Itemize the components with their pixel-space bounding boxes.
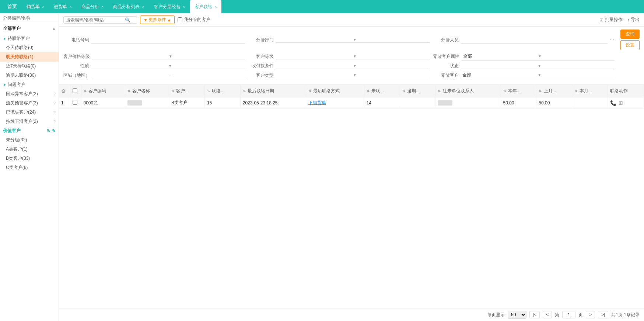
status-caret-icon: ▼ (538, 64, 613, 68)
dept-select[interactable]: ▼ (276, 37, 430, 43)
col-checkbox (70, 85, 81, 97)
col-overdue: ⇅ 逾期... (400, 85, 435, 97)
sort-icon-unit-contact[interactable]: ⇅ (438, 89, 441, 93)
page-number-input[interactable] (562, 311, 575, 318)
sidebar-item-repurchase-abnormal[interactable]: 回购异常客户(2) ? (0, 89, 59, 99)
sidebar-item-declining[interactable]: 持续下滑客户(2) ? (0, 117, 59, 126)
prev-page-button[interactable]: < (543, 311, 552, 318)
cell-this-year: 50.00 (501, 97, 536, 108)
sidebar-item-a-class[interactable]: A类客户(1) (0, 145, 59, 154)
my-customers-checkbox[interactable] (178, 17, 182, 22)
sort-icon-last-month[interactable]: ⇅ (539, 89, 542, 93)
filter-row-2: 客户价格等级 ▼ 客户等级 ▼ 零散客户属性 全部 (63, 52, 640, 61)
nav-customer-segment[interactable]: 客户分层经营 × (150, 0, 189, 13)
edit-icon[interactable]: ✎ (52, 128, 56, 134)
payment-label: 收付款条件 (248, 63, 274, 69)
close-product-analysis-icon[interactable]: × (101, 4, 104, 9)
phone-action-icon[interactable]: 📞 (610, 100, 616, 106)
close-sales-order-icon[interactable]: × (42, 4, 44, 9)
more-action-icon[interactable]: ⊞ (619, 100, 623, 106)
sidebar-item-churned[interactable]: 已流失客户(24) ? (0, 108, 59, 117)
nav-purchase-order[interactable]: 进货单 × (49, 0, 76, 13)
cell-num: 1 (59, 97, 70, 108)
phone-label: 电话号码 (63, 37, 89, 43)
sort-icon-type[interactable]: ⇅ (171, 89, 174, 93)
sort-icon-method[interactable]: ⇅ (308, 89, 311, 93)
nature-select[interactable]: ▼ (91, 63, 245, 69)
batch-operation-button[interactable]: ☑ 批量操作 (599, 17, 623, 23)
sort-icon-this-month[interactable]: ⇅ (574, 89, 577, 93)
sort-icon-name[interactable]: ⇅ (127, 89, 130, 93)
sidebar-item-tomorrow-pending[interactable]: 明天待联络(1) (0, 52, 59, 62)
table-footer: 每页显示 50 100 200 |< < 第 页 > >| 共1页 1条记录 (59, 308, 644, 321)
select-all-checkbox[interactable] (73, 88, 77, 93)
chevron-up-icon: ▲ (167, 17, 171, 23)
sort-icon-code[interactable]: ⇅ (84, 89, 87, 93)
manager-input[interactable] (461, 37, 608, 44)
settings-button[interactable]: 设置 (620, 40, 640, 50)
close-purchase-order-icon[interactable]: × (69, 4, 71, 9)
query-button[interactable]: 查询 (620, 30, 640, 39)
page-size-select[interactable]: 50 100 200 (508, 311, 526, 319)
all-customers-title[interactable]: 全部客户 « (0, 23, 59, 34)
customer-level-caret-icon: ▼ (353, 54, 428, 58)
close-product-analysis-list-icon[interactable]: × (142, 4, 144, 9)
nav-sales-order[interactable]: 销货单 × (22, 0, 49, 13)
filter-cell-region: 区域（地区） ··· (63, 72, 245, 79)
nature-caret-icon: ▼ (168, 64, 244, 68)
first-page-button[interactable]: |< (529, 311, 540, 318)
refresh-icon[interactable]: ↻ (47, 128, 50, 134)
retail-attr-select[interactable]: 全部 ▼ (462, 52, 615, 61)
sort-icon-no-contact[interactable]: ⇅ (367, 89, 370, 93)
nav-customer-contact[interactable]: 客户联络 × (190, 0, 221, 13)
filter-cell-nature: 性质 ▼ (63, 63, 245, 69)
dept-caret-icon: ▼ (353, 38, 428, 42)
nav-product-analysis[interactable]: 商品分析 × (77, 0, 108, 13)
contact-method-link[interactable]: 下销货单 (308, 100, 326, 105)
customer-level-select[interactable]: ▼ (276, 54, 430, 59)
content-area: 🔍 ▼ 更多条件 ▲ 我分管的客户 ☑ 批量操作 ↑ 导出 (59, 13, 644, 321)
phone-input[interactable] (91, 37, 245, 44)
total-info: 共1页 1条记录 (611, 312, 640, 318)
sidebar-item-ungrouped[interactable]: 未分组(32) (0, 135, 59, 145)
last-page-button[interactable]: >| (598, 311, 608, 318)
cell-no-contact: 14 (364, 97, 400, 108)
sidebar-item-7days-pending[interactable]: 近7天待联络(0) (0, 62, 59, 71)
price-level-caret-icon: ▼ (169, 54, 244, 58)
close-customer-contact-icon[interactable]: × (214, 4, 217, 9)
sort-icon-overdue[interactable]: ⇅ (402, 89, 405, 93)
retail-customer-select[interactable]: 全部 ▼ (461, 71, 615, 79)
manager-more-icon[interactable]: ··· (610, 37, 615, 43)
more-conditions-button[interactable]: ▼ 更多条件 ▲ (140, 15, 175, 24)
retail-attr-label: 零散客户属性 (433, 54, 459, 60)
price-level-select[interactable]: ▼ (92, 54, 245, 59)
col-last-contact-date: ⇅ 最后联络日期 (240, 85, 306, 97)
row-checkbox[interactable] (73, 100, 77, 105)
value-customers-group[interactable]: 价值客户 ↻ ✎ (0, 126, 59, 135)
gear-settings-icon[interactable]: ⚙ (61, 88, 66, 94)
nav-home[interactable]: 首页 (3, 0, 21, 13)
sidebar-search-input[interactable] (3, 15, 58, 21)
my-customers-checkbox-wrap[interactable]: 我分管的客户 (178, 17, 210, 23)
payment-select[interactable]: ▼ (276, 63, 430, 69)
nav-product-analysis-list[interactable]: 商品分析列表 × (109, 0, 148, 13)
sort-icon-this-year[interactable]: ⇅ (503, 89, 506, 93)
export-button[interactable]: ↑ 导出 (627, 17, 640, 23)
filter-cell-price-level: 客户价格等级 ▼ (63, 54, 245, 60)
search-input[interactable] (66, 17, 125, 23)
customer-type-select[interactable]: ▼ (276, 72, 430, 78)
sidebar-item-c-class[interactable]: C类客户(6) (0, 163, 59, 172)
top-navigation: 首页 销货单 × 进货单 × 商品分析 × 商品分析列表 × 客户分层经营 × … (0, 0, 644, 13)
sort-icon-contact[interactable]: ⇅ (207, 89, 210, 93)
sidebar-item-overdue-pending[interactable]: 逾期未联络(30) (0, 71, 59, 80)
sidebar-item-b-class[interactable]: B类客户(33) (0, 154, 59, 163)
filter-row-1: 电话号码 分管部门 ▼ 分管人员 ··· 查询 设置 (63, 30, 640, 50)
sidebar-item-churn-warning[interactable]: 流失预警客户(3) ? (0, 99, 59, 108)
close-customer-segment-icon[interactable]: × (183, 4, 185, 9)
sidebar-item-today-pending[interactable]: 今天待联络(0) (0, 43, 59, 52)
region-select[interactable]: ··· (92, 72, 245, 78)
next-page-button[interactable]: > (586, 311, 595, 318)
search-button-icon[interactable]: 🔍 (125, 17, 130, 23)
status-select[interactable]: ▼ (461, 63, 615, 69)
sort-icon-date[interactable]: ⇅ (243, 89, 246, 93)
